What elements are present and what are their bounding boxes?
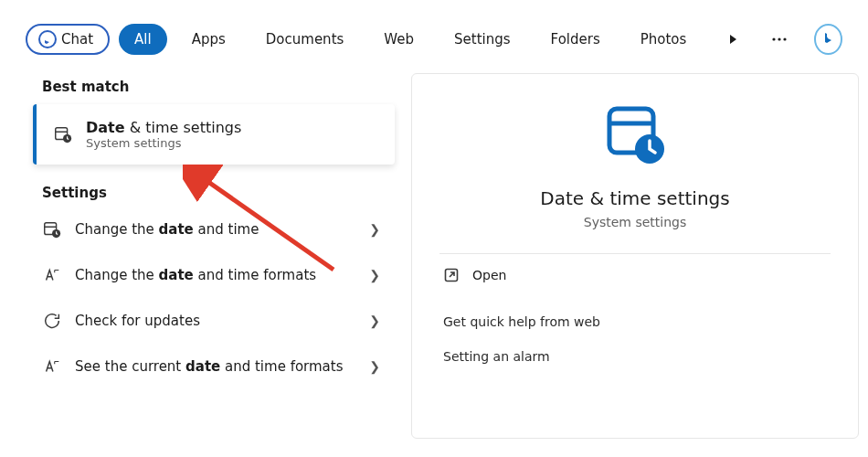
filter-tab-label: Photos (640, 31, 687, 48)
open-action[interactable]: Open (439, 254, 831, 296)
setting-row-change-formats[interactable]: Change the date and time formats ❯ (26, 252, 402, 298)
help-item-label: Setting an alarm (443, 349, 550, 364)
bing-button[interactable] (814, 24, 842, 55)
open-label: Open (472, 268, 506, 282)
filter-tab-label: Settings (454, 31, 511, 48)
filter-tab-folders[interactable]: Folders (535, 24, 616, 55)
preview-title: Date & time settings (540, 187, 729, 209)
setting-row-label: Change the date and time formats (75, 267, 356, 284)
setting-row-see-formats[interactable]: See the current date and time formats ❯ (26, 344, 402, 389)
quick-help-header: Get quick help from web (439, 296, 831, 338)
svg-point-2 (784, 37, 787, 40)
filter-tab-all[interactable]: All (119, 24, 167, 55)
filter-tab-label: Web (384, 31, 414, 48)
search-filter-bar: Chat All Apps Documents Web Settings Fol… (0, 0, 868, 68)
chevron-right-icon: ❯ (369, 359, 389, 374)
filter-tab-settings[interactable]: Settings (439, 24, 526, 55)
calendar-clock-icon (53, 124, 73, 144)
best-match-header: Best match (42, 79, 402, 95)
filter-tab-web[interactable]: Web (368, 24, 429, 55)
setting-row-label: See the current date and time formats (75, 358, 356, 376)
chevron-right-icon: ❯ (369, 314, 389, 328)
filter-tab-documents[interactable]: Documents (250, 24, 360, 55)
chat-chip-label: Chat (61, 31, 93, 48)
refresh-icon (42, 311, 62, 331)
svg-point-1 (778, 37, 781, 40)
setting-row-label: Check for updates (75, 313, 356, 330)
open-icon (443, 267, 460, 283)
chevron-right-icon: ❯ (369, 268, 389, 282)
bing-chat-icon (38, 30, 57, 48)
help-item-setting-alarm[interactable]: Setting an alarm (439, 338, 831, 375)
setting-row-label: Change the date and time (75, 221, 356, 239)
filter-tab-apps[interactable]: Apps (176, 24, 241, 55)
scroll-right-button[interactable] (720, 26, 745, 53)
preview-subtitle: System settings (584, 215, 687, 229)
chevron-right-icon: ❯ (369, 222, 389, 237)
filter-tab-label: All (134, 31, 152, 48)
filter-tab-label: Apps (192, 31, 226, 48)
format-icon (42, 356, 62, 377)
results-column: Best match Date & time settings System s… (0, 68, 402, 439)
chat-chip[interactable]: Chat (26, 24, 110, 55)
setting-row-check-updates[interactable]: Check for updates ❯ (26, 298, 402, 344)
more-button[interactable] (767, 26, 792, 53)
filter-tab-label: Folders (551, 31, 600, 48)
preview-pane: Date & time settings System settings Ope… (411, 73, 859, 439)
settings-header: Settings (42, 185, 402, 201)
calendar-clock-icon (42, 219, 62, 239)
calendar-clock-large-icon (600, 100, 670, 169)
filter-tab-label: Documents (266, 31, 344, 48)
format-icon (42, 265, 62, 285)
filter-tab-photos[interactable]: Photos (625, 24, 703, 55)
svg-point-0 (773, 37, 776, 40)
best-match-result[interactable]: Date & time settings System settings (33, 104, 395, 165)
setting-row-change-date-time[interactable]: Change the date and time ❯ (26, 207, 402, 252)
best-match-subtitle: System settings (86, 136, 241, 150)
best-match-title: Date & time settings (86, 119, 241, 136)
